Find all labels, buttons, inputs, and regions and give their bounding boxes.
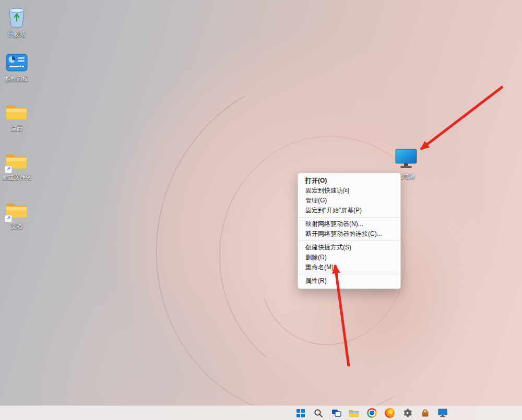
annotation-arrows <box>0 0 522 420</box>
menu-separator <box>299 274 399 274</box>
desktop-icon-recycle-bin[interactable]: 回收站 <box>0 6 33 38</box>
store-bag-icon <box>420 408 430 418</box>
desktop-icon-label: 桌面 <box>0 125 33 132</box>
context-menu: 打开(O) 固定到快速访问 管理(G) 固定到“开始”屏幕(P) 映射网络驱动器… <box>298 173 401 289</box>
arrow-to-this-pc <box>421 87 503 149</box>
browser-icon <box>385 408 395 418</box>
gear-icon <box>402 408 412 418</box>
browser-button[interactable] <box>384 407 395 419</box>
chrome-icon <box>367 408 377 418</box>
desktop-icon-label: 回收站 <box>0 31 33 38</box>
taskbar-icons <box>295 407 448 419</box>
menu-item-properties[interactable]: 属性(R) <box>298 276 400 286</box>
desktop-icon-desktop-folder[interactable]: 桌面 <box>0 102 33 132</box>
shortcut-arrow-icon: ↗ <box>5 215 12 222</box>
windows-logo-icon <box>296 409 305 417</box>
desktop-icon-control-panel[interactable]: 控制面板 <box>0 53 33 82</box>
menu-item-pin-to-start[interactable]: 固定到“开始”屏幕(P) <box>298 206 400 215</box>
windows-desktop: { "desktop": { "icons": [ { "label": "回收… <box>0 0 522 420</box>
menu-item-manage[interactable]: 管理(G) <box>298 196 400 206</box>
shortcut-arrow-icon: ↗ <box>5 166 12 173</box>
chrome-button[interactable] <box>366 407 377 419</box>
desktop-icon-documents[interactable]: ↗ 文档 <box>0 200 33 230</box>
recycle-bin-icon <box>7 6 26 28</box>
file-explorer-button[interactable] <box>348 407 360 419</box>
file-explorer-icon <box>349 409 360 418</box>
search-button[interactable] <box>313 407 324 419</box>
search-icon <box>314 409 323 418</box>
monitor-icon <box>437 409 448 418</box>
menu-item-create-shortcut[interactable]: 创建快捷方式(S) <box>298 243 400 253</box>
folder-icon <box>6 102 28 124</box>
desktop-icon-label: 文档 <box>0 223 33 230</box>
store-button[interactable] <box>419 407 431 419</box>
folder-shortcut-icon: ↗ <box>6 151 28 173</box>
start-button[interactable] <box>295 407 306 419</box>
menu-item-delete[interactable]: 删除(D) <box>298 253 400 262</box>
settings-button[interactable] <box>401 407 413 419</box>
task-view-button[interactable] <box>330 407 342 419</box>
menu-separator <box>299 217 399 218</box>
menu-item-rename[interactable]: 重命名(M) <box>298 262 400 272</box>
menu-item-disconnect-network-drive[interactable]: 断开网络驱动器的连接(C)... <box>298 229 400 239</box>
folder-shortcut-icon: ↗ <box>6 200 28 222</box>
desktop-icon-new-folder[interactable]: ↗ 新建文件夹 <box>0 151 33 181</box>
wallpaper-petal <box>31 271 251 420</box>
menu-item-map-network-drive[interactable]: 映射网络驱动器(N)... <box>298 219 400 229</box>
this-pc-taskbar-button[interactable] <box>437 407 448 419</box>
control-panel-icon <box>6 53 28 75</box>
menu-separator <box>299 241 399 241</box>
taskbar <box>0 405 522 420</box>
desktop-icon-label: 控制面板 <box>0 76 33 82</box>
menu-item-pin-quick-access[interactable]: 固定到快速访问 <box>298 186 400 196</box>
menu-item-open[interactable]: 打开(O) <box>298 176 400 186</box>
task-view-icon <box>331 408 341 418</box>
desktop-icon-label: 新建文件夹 <box>0 174 33 181</box>
this-pc-icon <box>394 148 418 170</box>
